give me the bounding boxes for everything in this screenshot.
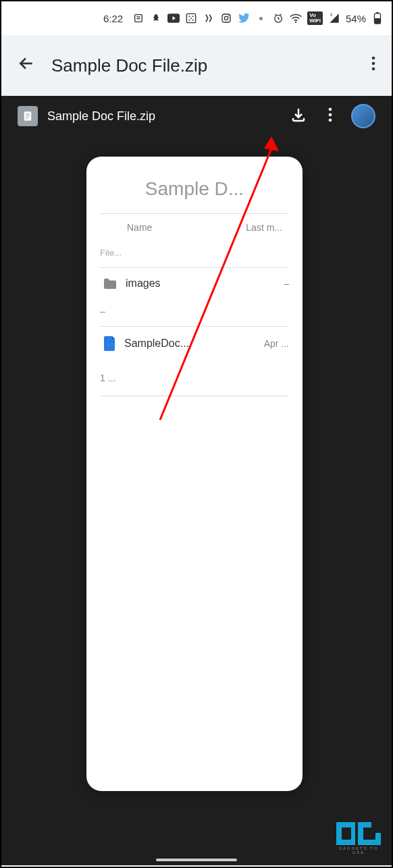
- file-name: images: [126, 277, 276, 290]
- grid-icon: [185, 12, 197, 24]
- reader-icon: [132, 12, 145, 24]
- alarm-icon: [272, 12, 284, 24]
- clock-time: 6:22: [103, 13, 123, 24]
- svg-point-12: [224, 16, 228, 20]
- watermark-text: GADGETS TO USE: [334, 846, 384, 855]
- viewer-header: Sample Doc File.zip: [1, 96, 392, 136]
- svg-rect-44: [371, 822, 381, 833]
- snapchat-icon: [150, 12, 162, 24]
- file-modified: –: [284, 278, 289, 289]
- svg-point-34: [329, 107, 332, 111]
- dash-row: –: [100, 299, 289, 326]
- home-indicator[interactable]: [156, 859, 237, 861]
- svg-point-10: [190, 18, 192, 19]
- archive-preview-card: Sample D... Name Last m... File... image…: [86, 157, 303, 791]
- file-modified: Apr ...: [264, 338, 289, 349]
- svg-text:x: x: [330, 13, 333, 17]
- wifi-icon: [290, 12, 302, 24]
- svg-point-19: [295, 22, 296, 23]
- viewer-filename: Sample Doc File.zip: [47, 109, 278, 124]
- item-count: 1 ...: [100, 360, 289, 396]
- document-icon: [18, 106, 38, 126]
- back-arrow-icon[interactable]: [18, 55, 35, 77]
- svg-line-18: [280, 14, 282, 15]
- column-name-header: Name: [107, 222, 246, 233]
- youtube-icon: [167, 12, 180, 24]
- svg-point-13: [228, 16, 230, 17]
- battery-icon: [371, 12, 384, 24]
- watermark-logo: GADGETS TO USE: [334, 819, 384, 849]
- column-modified-header: Last m...: [246, 222, 282, 233]
- file-viewer-area: Sample Doc File.zip Sample D... Name Las…: [1, 96, 392, 865]
- signal-icon: x: [328, 12, 340, 24]
- doc-file-icon: [104, 336, 116, 351]
- svg-point-27: [372, 62, 375, 65]
- folder-icon: [103, 277, 117, 290]
- svg-marker-39: [264, 136, 279, 151]
- column-header-row: Name Last m...: [100, 214, 289, 241]
- twitter-icon: [238, 12, 250, 24]
- more-options-icon[interactable]: [371, 56, 375, 75]
- instagram-icon: [220, 12, 232, 24]
- page-title: Sample Doc File.zip: [51, 55, 355, 76]
- avatar[interactable]: [351, 104, 375, 128]
- download-button[interactable]: [288, 104, 309, 128]
- file-name: SampleDoc...: [124, 337, 256, 350]
- vowifi-badge: VoWiFi: [307, 11, 323, 25]
- svg-point-8: [188, 20, 190, 21]
- app-top-bar: Sample Doc File.zip: [1, 35, 392, 96]
- viewer-more-icon[interactable]: [319, 107, 342, 126]
- list-item[interactable]: images –: [100, 268, 289, 299]
- svg-point-7: [192, 16, 194, 17]
- notification-dot: [259, 17, 263, 20]
- divider: [100, 396, 289, 396]
- section-label-files: File...: [100, 241, 289, 267]
- svg-rect-11: [222, 14, 230, 22]
- svg-line-17: [275, 14, 276, 15]
- svg-rect-41: [342, 828, 351, 840]
- list-item[interactable]: SampleDoc... Apr ...: [100, 327, 289, 360]
- svg-marker-37: [112, 336, 115, 339]
- svg-point-35: [329, 113, 332, 116]
- copilot-icon: [203, 12, 215, 24]
- battery-percent: 54%: [346, 13, 366, 24]
- svg-point-28: [372, 67, 375, 71]
- svg-point-26: [372, 57, 375, 60]
- svg-point-9: [192, 20, 194, 21]
- svg-point-6: [188, 16, 190, 17]
- svg-line-16: [278, 19, 280, 20]
- svg-rect-24: [375, 18, 381, 24]
- status-bar: 6:22 VoWiFi x 54%: [1, 1, 392, 35]
- svg-point-36: [329, 118, 332, 121]
- watermark: GADGETS TO USE: [334, 819, 384, 849]
- preview-title: Sample D...: [100, 178, 289, 200]
